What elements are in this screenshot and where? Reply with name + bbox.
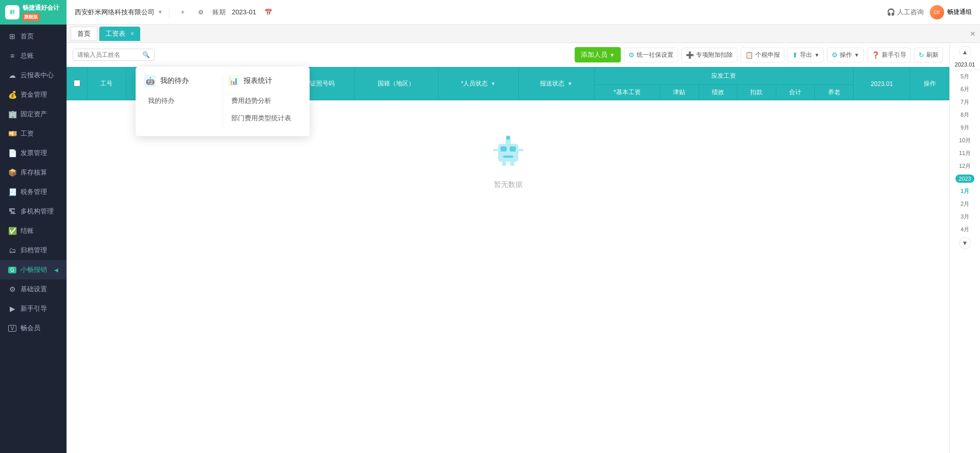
search-wrap[interactable]: 🔍	[73, 49, 155, 61]
popup-right-header: 📊 报表统计	[227, 75, 301, 87]
th-nationality: 国籍（地区）	[354, 68, 438, 100]
timeline-6month[interactable]: 6月	[950, 83, 980, 96]
th-basic-salary: *基本工资	[594, 85, 660, 100]
social-security-button[interactable]: ⚙ 统一社保设置	[624, 48, 678, 62]
sidebar-item-invoice[interactable]: 📄 发票管理	[0, 143, 67, 163]
sidebar-item-inventory[interactable]: 📦 库存核算	[0, 163, 67, 182]
tab-home[interactable]: 首页	[71, 27, 97, 41]
topbar: 西安虾米网络科技有限公司 ▼ + ⚙ 账期 2023-01 📅 🎧 人工咨询 C…	[67, 0, 980, 25]
user-info[interactable]: CE 畅捷通组	[930, 5, 972, 19]
tab-close-icon[interactable]: ×	[130, 30, 134, 37]
plus-icon: +	[181, 9, 184, 16]
search-input[interactable]	[77, 51, 140, 58]
home-icon: ⊞	[8, 32, 16, 40]
timeline-2month[interactable]: 2月	[950, 198, 980, 210]
popup-item-dept-expense[interactable]: 部门费用类型统计表	[227, 111, 301, 126]
th-report-status[interactable]: 报送状态 ▼	[518, 68, 594, 100]
sidebar-item-home[interactable]: ⊞ 首页	[0, 27, 67, 46]
timeline-5month[interactable]: 5月	[950, 70, 980, 83]
popup-left-header: 🤖 我的待办	[144, 75, 223, 87]
tab-close-all[interactable]: ✕	[970, 30, 976, 38]
timeline-3month[interactable]: 3月	[950, 210, 980, 223]
period-value: 2023-01	[232, 8, 256, 16]
tax-icon: 🧾	[8, 188, 16, 196]
sidebar-item-fixed-assets[interactable]: 🏢 固定资产	[0, 104, 67, 124]
sidebar-item-label: 新手引导	[20, 304, 47, 313]
popup-item-my-pending[interactable]: 我的待办	[144, 93, 223, 109]
timeline-1month[interactable]: 1月	[950, 185, 980, 198]
support-link[interactable]: 🎧 人工咨询	[887, 8, 924, 17]
search-icon: 🔍	[142, 51, 150, 58]
chevron-icon: ◀	[54, 267, 58, 273]
sidebar-item-ledger[interactable]: ≡ 总账	[0, 46, 67, 66]
timeline-12month[interactable]: 12月	[950, 160, 980, 172]
social-security-icon: ⚙	[628, 51, 635, 59]
tab-salary-table[interactable]: 工资表 ×	[99, 27, 140, 41]
special-deduct-button[interactable]: ➕ 专项附加扣除	[681, 48, 737, 62]
select-all-checkbox[interactable]	[74, 80, 80, 87]
th-person-status[interactable]: *人员状态 ▼	[438, 68, 518, 100]
timeline-7month[interactable]: 7月	[950, 96, 980, 109]
gear-icon: ⚙	[198, 9, 204, 16]
main-content: 西安虾米网络科技有限公司 ▼ + ⚙ 账期 2023-01 📅 🎧 人工咨询 C…	[67, 0, 980, 453]
invoice-icon: 📄	[8, 149, 16, 157]
operations-button[interactable]: ⚙ 操作 ▼	[827, 48, 864, 62]
individual-tax-button[interactable]: 📋 个税申报	[741, 48, 785, 62]
sidebar-item-label: 总账	[20, 51, 34, 60]
sidebar-item-salary[interactable]: 💴 工资	[0, 124, 67, 143]
member-icon: V	[8, 325, 16, 332]
inventory-icon: 📦	[8, 168, 16, 177]
popup-left-icon: 🤖	[144, 75, 156, 87]
th-pension: 养老	[815, 85, 854, 100]
add-company-button[interactable]: +	[176, 5, 190, 19]
svg-rect-8	[502, 162, 506, 166]
th-deduction: 扣款	[737, 85, 776, 100]
dropdown-popup: 🤖 我的待办 我的待办 📊 报表统计 费用趋势分析 部门费用类型统计表	[136, 67, 310, 136]
sidebar-item-new-guide[interactable]: ▶ 新手引导	[0, 299, 67, 318]
sidebar-item-xiaochang[interactable]: G 小畅报销 ◀	[0, 260, 67, 279]
popup-item-expense-trend[interactable]: 费用趋势分析	[227, 93, 301, 109]
ledger-icon: ≡	[8, 52, 16, 60]
sidebar-item-label: 小畅报销	[20, 265, 47, 274]
fund-icon: 💰	[8, 91, 16, 99]
timeline-4month[interactable]: 4月	[950, 223, 980, 236]
timeline-9month[interactable]: 9月	[950, 121, 980, 134]
timeline-8month[interactable]: 8月	[950, 109, 980, 121]
sidebar-item-label: 发票管理	[20, 148, 47, 158]
export-dropdown-icon: ▼	[814, 52, 819, 58]
timeline-down-button[interactable]: ▼	[959, 237, 971, 249]
sidebar-item-cloud-report[interactable]: ☁ 云报表中心	[0, 66, 67, 85]
sidebar-item-multi-org[interactable]: 🏗 多机构管理	[0, 202, 67, 221]
add-person-button[interactable]: 添加人员 ▼	[575, 47, 621, 62]
th-operations-header: 操作	[910, 68, 949, 100]
company-selector[interactable]: 西安虾米网络科技有限公司 ▼	[75, 8, 163, 17]
sidebar-item-archive[interactable]: 🗂 归档管理	[0, 241, 67, 260]
new-guide-button[interactable]: ❓ 新手引导	[867, 48, 911, 62]
th-allowance: 津贴	[660, 85, 699, 100]
salary-toolbar: 🔍 添加人员 ▼ ⚙ 统一社保设置 ➕ 专项附加扣除	[67, 43, 949, 67]
sidebar-item-label: 归档管理	[20, 246, 47, 255]
sidebar-item-tax[interactable]: 🧾 税务管理	[0, 182, 67, 202]
th-checkbox[interactable]	[67, 68, 88, 100]
export-button[interactable]: ⬆ 导出 ▼	[788, 48, 824, 62]
user-name: 畅捷通组	[947, 8, 972, 16]
sidebar-item-settle[interactable]: ✅ 结账	[0, 221, 67, 241]
timeline-11month[interactable]: 11月	[950, 147, 980, 160]
timeline-10month[interactable]: 10月	[950, 134, 980, 147]
timeline-up-button[interactable]: ▲	[959, 46, 971, 58]
settings-button[interactable]: ⚙	[194, 5, 208, 19]
guide-icon: ▶	[8, 305, 16, 313]
calendar-icon-button[interactable]: 📅	[262, 5, 276, 19]
sidebar-item-label: 云报表中心	[20, 71, 54, 80]
sidebar-item-member[interactable]: V 畅会员	[0, 318, 67, 338]
refresh-button[interactable]: ↻ 刷新	[914, 48, 943, 62]
headset-icon: 🎧	[887, 8, 895, 16]
sidebar-item-label: 资金管理	[20, 90, 47, 99]
sidebar-item-label: 基础设置	[20, 285, 47, 294]
svg-rect-6	[493, 149, 498, 151]
sidebar-item-fund[interactable]: 💰 资金管理	[0, 85, 67, 104]
timeline-panel: ▲ 2023.01 5月 6月 7月 8月 9月 10月 11月 12月 202…	[949, 43, 980, 453]
salary-icon: 💴	[8, 130, 16, 138]
new-guide-toolbar-icon: ❓	[872, 51, 880, 59]
sidebar-item-basic-settings[interactable]: ⚙ 基础设置	[0, 279, 67, 299]
